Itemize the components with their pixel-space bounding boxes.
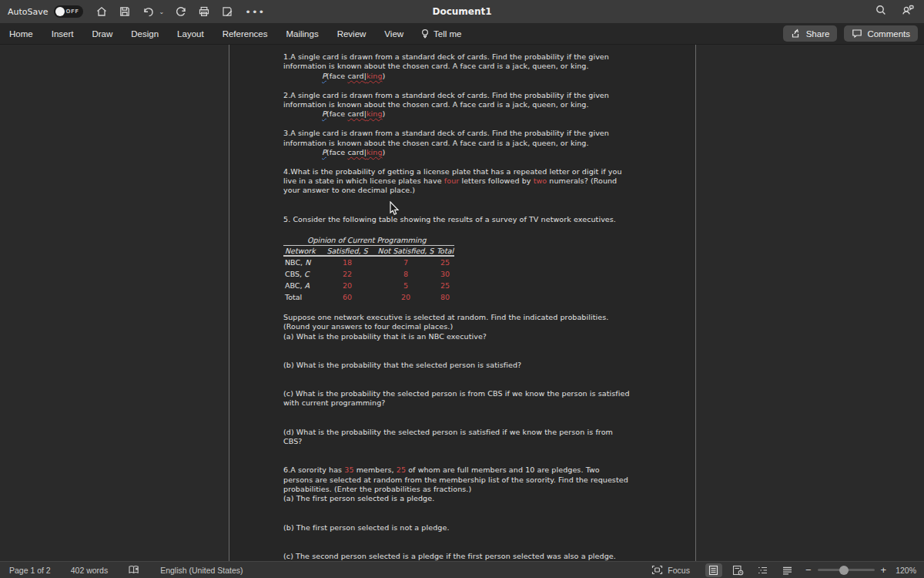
doc-paragraph: (d) What is the probability the selected… — [283, 428, 653, 447]
doc-line: 6.A sorority has 35 members, 25 of whom … — [283, 465, 653, 475]
tab-review[interactable]: Review — [328, 29, 376, 39]
draft-view-button[interactable] — [779, 563, 796, 577]
tab-references[interactable]: References — [213, 29, 277, 39]
focus-toggle[interactable]: Focus — [651, 565, 690, 575]
doc-blank-lines — [283, 408, 653, 428]
survey-table-value: 20 — [319, 280, 376, 291]
doc-line: (b) What is the probability that the sel… — [283, 361, 653, 370]
lightbulb-icon — [420, 29, 430, 39]
doc-blank-lines — [283, 533, 653, 552]
survey-table-value: 5 — [376, 280, 436, 291]
doc-paragraph: (b) What is the probability that the sel… — [283, 361, 653, 370]
tab-draw[interactable]: Draw — [82, 29, 122, 39]
focus-icon — [651, 565, 663, 575]
doc-line: live in a state in which license plates … — [283, 176, 653, 186]
survey-table-row: NBC, N18725 — [283, 257, 454, 268]
proofing-errors-icon[interactable] — [128, 564, 140, 576]
doc-blank-lines — [283, 504, 653, 523]
document-canvas: 1.A single card is drawn from a standard… — [0, 45, 924, 561]
doc-blank-lines — [283, 119, 653, 129]
doc-line: 3.A single card is drawn from a standard… — [283, 129, 653, 138]
doc-paragraph: 3.A single card is drawn from a standard… — [283, 129, 653, 157]
web-layout-view-button[interactable] — [730, 563, 747, 577]
doc-line: (a) The first person selected is a pledg… — [283, 494, 653, 503]
presence-people-icon[interactable] — [901, 4, 915, 19]
doc-paragraph: 2.A single card is drawn from a standard… — [283, 91, 653, 119]
word-count[interactable]: 402 words — [71, 566, 108, 575]
doc-line: (b) The first person selected is not a p… — [283, 523, 653, 533]
doc-paragraph: (b) The first person selected is not a p… — [283, 523, 653, 533]
zoom-in-button[interactable]: + — [881, 566, 887, 574]
survey-table-row-label: ABC, A — [283, 280, 319, 291]
doc-blank-line — [283, 303, 653, 312]
doc-paragraph: Suppose one network executive is selecte… — [283, 313, 653, 341]
doc-line: Suppose one network executive is selecte… — [283, 313, 653, 322]
search-icon[interactable] — [875, 4, 887, 19]
zoom-level[interactable]: 120% — [896, 566, 916, 575]
doc-line: your answer to one decimal place.) — [283, 186, 653, 195]
share-button[interactable]: Share — [783, 25, 838, 42]
page-indicator[interactable]: Page 1 of 2 — [9, 566, 51, 575]
survey-table-row-label: NBC, N — [283, 257, 319, 268]
tab-mailings[interactable]: Mailings — [276, 29, 327, 39]
doc-blank-lines — [283, 81, 653, 90]
tab-design[interactable]: Design — [122, 29, 168, 39]
survey-table-value: 80 — [436, 291, 454, 303]
doc-line: (c) The second person selected is a pled… — [283, 552, 653, 561]
document-page[interactable]: 1.A single card is drawn from a standard… — [229, 45, 696, 561]
comments-button[interactable]: Comments — [844, 25, 918, 42]
survey-table-header-cell: Network — [283, 246, 319, 257]
doc-line: information is known about the chosen ca… — [283, 62, 653, 71]
survey-table-header-cell: Satisfied, S — [319, 246, 376, 257]
doc-blank-lines — [283, 157, 653, 166]
doc-line: CBS? — [283, 437, 653, 446]
doc-line: persons are selected at random from the … — [283, 476, 653, 485]
mouse-cursor — [390, 201, 400, 216]
tab-home[interactable]: Home — [0, 29, 42, 39]
survey-table-value: 60 — [319, 291, 376, 303]
doc-line: 1.A single card is drawn from a standard… — [283, 52, 653, 62]
doc-line: P(face card|king) — [283, 109, 653, 119]
survey-table-row: CBS, C22830 — [283, 268, 454, 280]
doc-blank-lines — [283, 341, 653, 361]
title-bar: AutoSave OFF ⌄ ••• Document1 — [0, 0, 924, 23]
doc-paragraph: (c) The second person selected is a pled… — [283, 552, 653, 561]
doc-line: (c) What is the probability the selected… — [283, 389, 653, 398]
survey-table: Opinion of Current ProgrammingNetworkSat… — [283, 235, 454, 303]
doc-paragraph: 5. Consider the following table showing … — [283, 215, 653, 224]
doc-line: 4.What is the probability of getting a l… — [283, 167, 653, 176]
survey-table-value: 22 — [319, 268, 376, 280]
doc-line: 2.A single card is drawn from a standard… — [283, 91, 653, 100]
tab-layout[interactable]: Layout — [168, 29, 213, 39]
doc-line: P(face card|king) — [283, 72, 653, 81]
share-icon — [791, 29, 802, 39]
zoom-out-button[interactable]: − — [805, 566, 812, 574]
language-selector[interactable]: English (United States) — [160, 566, 243, 575]
doc-line: (Round your answers to four decimal plac… — [283, 322, 653, 331]
tab-view[interactable]: View — [375, 29, 413, 39]
tab-insert[interactable]: Insert — [42, 29, 83, 39]
survey-table-header-cell: Total — [436, 246, 454, 257]
survey-table-header: NetworkSatisfied, SNot Satisfied, STotal — [283, 246, 454, 257]
doc-paragraph: 1.A single card is drawn from a standard… — [283, 52, 653, 81]
outline-view-button[interactable] — [755, 563, 772, 577]
tell-me-control[interactable]: Tell me — [413, 29, 469, 39]
survey-table-value: 7 — [376, 257, 436, 268]
survey-table-row-label: Total — [283, 291, 319, 303]
survey-table-row: ABC, A20525 — [283, 280, 454, 291]
survey-table-value: 20 — [376, 291, 436, 303]
document-title: Document1 — [0, 6, 924, 17]
doc-line: (d) What is the probability the selected… — [283, 428, 653, 437]
print-layout-view-button[interactable] — [705, 563, 722, 577]
survey-table-value: 25 — [436, 280, 454, 291]
survey-table-row-label: CBS, C — [283, 268, 319, 280]
doc-blank-lines — [283, 446, 653, 465]
survey-table-value: 30 — [436, 268, 454, 280]
doc-blank-lines — [283, 370, 653, 389]
doc-paragraph: (c) What is the probability the selected… — [283, 389, 653, 408]
doc-line: information is known about the chosen ca… — [283, 139, 653, 148]
zoom-slider[interactable] — [818, 569, 875, 571]
survey-table-title: Opinion of Current Programming — [283, 235, 454, 246]
zoom-slider-knob[interactable] — [839, 566, 849, 575]
survey-table-header-cell: Not Satisfied, S — [376, 246, 436, 257]
